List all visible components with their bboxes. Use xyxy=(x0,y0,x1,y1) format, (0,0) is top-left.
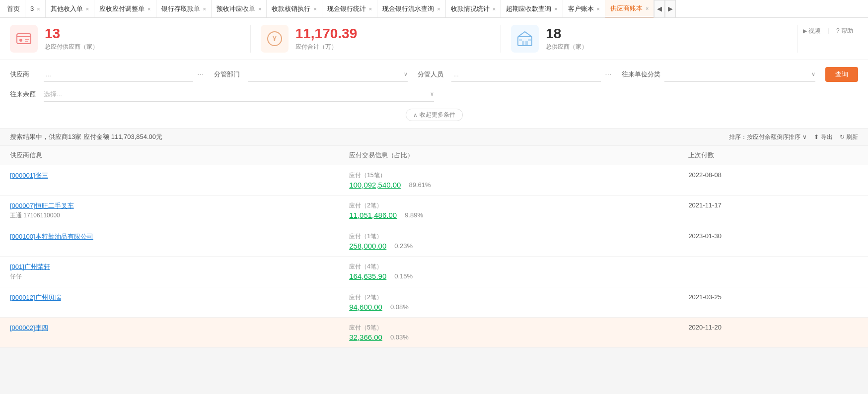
nav-tab-adjust[interactable]: 应收应付调整单 × xyxy=(94,0,156,18)
collapse-label: 收起更多条件 xyxy=(420,111,455,119)
nav-tab-supplier-ledger[interactable]: 供应商账本 × xyxy=(605,0,654,18)
nav-tab-supplier-ledger-label: 供应商账本 xyxy=(610,4,643,13)
filter-supplier: 供应商 ··· xyxy=(10,67,204,82)
nav-tab-cash-stat[interactable]: 现金银行统计 × xyxy=(322,0,377,18)
close-icon[interactable]: × xyxy=(258,6,261,12)
nav-tab-payment-stat[interactable]: 收款情况统计 × xyxy=(446,0,501,18)
result-summary-text: 搜索结果中，供应商13家 应付金额 111,703,854.00元 xyxy=(10,132,162,141)
nav-tab-cash-flow[interactable]: 现金银行流水查询 × xyxy=(377,0,445,18)
chevron-down-icon: ∨ xyxy=(404,71,408,77)
supplier-filter-label: 供应商 xyxy=(10,70,40,79)
payable-suppliers-label: 总应付供应商（家） xyxy=(45,43,98,51)
divider: ｜ xyxy=(825,27,831,35)
close-icon[interactable]: × xyxy=(554,6,557,12)
export-label: 导出 xyxy=(821,133,833,140)
supplier-info-cell: [000002]李四 xyxy=(10,324,349,332)
supplier-name-link[interactable]: [000001]张三 xyxy=(10,171,349,180)
person-input[interactable] xyxy=(451,67,601,82)
nav-tab-cash-flow-label: 现金银行流水查询 xyxy=(382,4,434,13)
table-row: [000100]本特勤油品有限公司 应付（1笔） 258,000.00 0.23… xyxy=(0,226,868,257)
payable-amount[interactable]: 32,366.00 xyxy=(349,333,382,341)
category-select[interactable]: ∨ xyxy=(664,67,816,82)
payable-info-cell: 应付（15笔） 100,092,540.00 89.61% xyxy=(349,171,688,189)
help-link[interactable]: ? 帮助 xyxy=(836,27,853,35)
result-right-actions: 排序：按应付余额倒序排序 ∨ ⬆ 导出 ↻ 刷新 xyxy=(729,133,858,141)
payable-amount[interactable]: 100,092,540.00 xyxy=(349,181,401,189)
collapse-up-icon: ∧ xyxy=(413,112,418,119)
payable-amount[interactable]: 11,051,486.00 xyxy=(349,211,397,219)
close-icon[interactable]: × xyxy=(646,5,649,11)
balance-filter-label: 往来余额 xyxy=(10,90,40,99)
collapse-button[interactable]: ∧ 收起更多条件 xyxy=(406,109,463,121)
last-pay-date: 2022-08-08 xyxy=(688,171,722,179)
payable-percent: 0.23% xyxy=(394,242,413,250)
supplier-info-cell: [000100]本特勤油品有限公司 xyxy=(10,232,349,241)
supplier-input[interactable] xyxy=(44,67,193,82)
category-filter-label: 往来单位分类 xyxy=(622,70,660,79)
nav-tab-prepay[interactable]: 预收冲应收单 × xyxy=(212,0,267,18)
summary-text-total: 11,170.39 应付合计（万） xyxy=(295,27,358,51)
supplier-info-cell: [001]广州荣轩 仔仔 xyxy=(10,263,349,281)
col-header-lastpay: 上次付数 xyxy=(688,151,858,160)
nav-tab-adjust-label: 应收应付调整单 xyxy=(99,4,145,13)
summary-item-total-payable: ¥ 11,170.39 应付合计（万） xyxy=(251,25,502,53)
payable-label: 应付（4笔） xyxy=(349,263,688,271)
nav-tab-collection-label: 收款核销执行 xyxy=(272,4,310,13)
supplier-name-link[interactable]: [000007]恒旺二手叉车 xyxy=(10,201,349,210)
payable-amount[interactable]: 164,635.90 xyxy=(349,272,386,280)
top-right-links: ▶ 视频 ｜ ? 帮助 xyxy=(798,25,858,53)
close-icon[interactable]: × xyxy=(493,6,496,12)
nav-tab-bank[interactable]: 银行存取款单 × xyxy=(156,0,212,18)
total-payable-icon: ¥ xyxy=(261,25,289,53)
summary-text-suppliers: 18 总供应商（家） xyxy=(546,27,587,51)
summary-text-payable: 13 总应付供应商（家） xyxy=(45,27,98,51)
nav-tab-3[interactable]: 3 × xyxy=(25,0,46,18)
nav-tab-bank-label: 银行存取款单 xyxy=(161,4,200,13)
col-header-payable: 应付交易信息（占比） xyxy=(349,151,688,160)
close-icon[interactable]: × xyxy=(147,6,150,12)
table-row: [000007]恒旺二手叉车 王通 17106110000 应付（2笔） 11,… xyxy=(0,196,868,226)
export-button[interactable]: ⬆ 导出 xyxy=(814,133,832,141)
payable-amount[interactable]: 94,600.00 xyxy=(349,303,382,311)
supplier-name-link[interactable]: [000002]李四 xyxy=(10,324,349,332)
nav-right-arrow[interactable]: ▶ xyxy=(665,0,676,18)
dept-select[interactable]: ∨ xyxy=(248,67,408,82)
nav-left-arrow[interactable]: ◀ xyxy=(654,0,665,18)
payable-row: 258,000.00 0.23% xyxy=(349,242,688,250)
close-icon[interactable]: × xyxy=(313,6,316,12)
payable-amount[interactable]: 258,000.00 xyxy=(349,242,386,250)
close-icon[interactable]: × xyxy=(86,6,89,12)
last-pay-date: 2023-01-30 xyxy=(688,232,722,240)
close-icon[interactable]: × xyxy=(597,6,600,12)
close-icon[interactable]: × xyxy=(437,6,440,12)
payable-label: 应付（2笔） xyxy=(349,293,688,302)
nav-tab-collection[interactable]: 收款核销执行 × xyxy=(267,0,322,18)
close-icon[interactable]: × xyxy=(37,6,40,12)
total-suppliers-num: 18 xyxy=(546,27,587,41)
nav-tab-other-income[interactable]: 其他收入单 × xyxy=(46,0,94,18)
close-icon[interactable]: × xyxy=(203,6,206,12)
person-search-icon[interactable]: ··· xyxy=(605,70,611,79)
svg-rect-5 xyxy=(522,41,524,46)
nav-tab-home[interactable]: 首页 xyxy=(2,0,25,18)
nav-tab-overdue[interactable]: 超期应收款查询 × xyxy=(501,0,563,18)
payable-label: 应付（5笔） xyxy=(349,324,688,332)
supplier-name-link[interactable]: [000012]广州贝瑞 xyxy=(10,293,349,302)
filter-balance: 往来余额 选择... ∨ xyxy=(10,87,434,102)
nav-tab-customer-ledger[interactable]: 客户账本 × xyxy=(563,0,605,18)
nav-tab-home-label: 首页 xyxy=(7,4,20,13)
payable-row: 32,366.00 0.03% xyxy=(349,333,688,341)
refresh-button[interactable]: ↻ 刷新 xyxy=(840,133,858,141)
balance-select[interactable]: 选择... ∨ xyxy=(44,87,434,102)
svg-text:¥: ¥ xyxy=(273,35,277,43)
nav-tab-3-label: 3 xyxy=(30,5,34,12)
supplier-name-link[interactable]: [001]广州荣轩 xyxy=(10,263,349,271)
payable-suppliers-num: 13 xyxy=(45,27,98,41)
supplier-search-icon[interactable]: ··· xyxy=(197,70,204,79)
supplier-name-link[interactable]: [000100]本特勤油品有限公司 xyxy=(10,232,349,241)
video-link[interactable]: ▶ 视频 xyxy=(803,27,820,35)
sort-select[interactable]: 排序：按应付余额倒序排序 ∨ xyxy=(729,133,807,141)
help-label: 帮助 xyxy=(841,27,853,34)
query-button[interactable]: 查询 xyxy=(825,67,858,82)
close-icon[interactable]: × xyxy=(369,6,372,12)
